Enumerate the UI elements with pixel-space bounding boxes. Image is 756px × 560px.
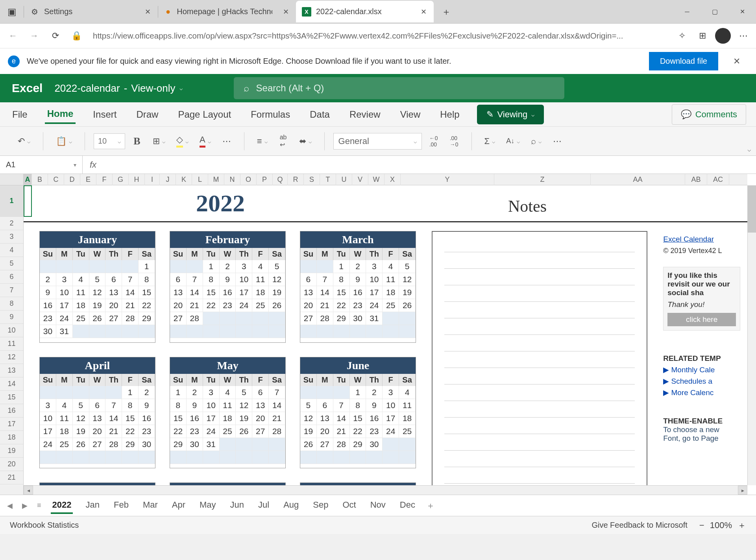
row-header[interactable]: 1 [0,185,23,217]
day-cell[interactable]: 24 [56,312,73,325]
wrap-text-button[interactable]: ab↩ [275,133,292,150]
day-cell[interactable]: 25 [56,438,73,451]
day-cell[interactable]: 17 [40,425,56,438]
day-cell[interactable] [89,451,106,464]
day-cell[interactable]: 21 [269,412,285,425]
day-cell[interactable]: 2 [220,260,236,273]
vertical-scrollbar[interactable] [747,185,756,485]
day-cell[interactable]: 8 [122,399,139,412]
all-sheets-icon[interactable]: ≡ [37,501,41,510]
day-cell[interactable]: 19 [269,286,285,299]
day-cell[interactable]: 22 [333,299,350,312]
font-color-button[interactable]: A⌵ [196,133,215,150]
borders-button[interactable]: ⊞⌵ [149,133,169,150]
day-cell[interactable]: 21 [333,425,350,438]
day-cell[interactable]: 3 [203,386,220,399]
row-header[interactable]: 20 [0,458,23,471]
day-cell[interactable]: 18 [383,286,399,299]
bold-button[interactable]: B [128,133,146,150]
day-cell[interactable]: 8 [333,273,350,286]
day-cell[interactable] [333,386,350,399]
row-header[interactable]: 2 [0,217,23,230]
row-header[interactable]: 19 [0,444,23,458]
day-cell[interactable] [252,438,269,451]
sheet-tab-mar[interactable]: Mar [141,497,159,514]
increase-decimal-button[interactable]: .00→0 [445,133,463,150]
day-cell[interactable] [236,438,252,451]
day-cell[interactable]: 29 [170,438,187,451]
day-cell[interactable]: 25 [73,312,89,325]
day-cell[interactable]: 17 [203,412,220,425]
ribbon-tab-view[interactable]: View [398,106,423,123]
day-cell[interactable] [269,325,285,338]
day-cell[interactable]: 29 [122,438,139,451]
ribbon-tab-draw[interactable]: Draw [134,106,161,123]
ribbon-tab-data[interactable]: Data [307,106,332,123]
day-cell[interactable] [89,386,106,399]
related-link[interactable]: ▶ More Calenc [663,388,740,397]
row-header[interactable]: 17 [0,418,23,431]
day-cell[interactable] [40,260,56,273]
day-cell[interactable] [105,260,122,273]
day-cell[interactable]: 6 [89,399,106,412]
day-cell[interactable]: 9 [40,286,56,299]
day-cell[interactable]: 15 [333,286,350,299]
day-cell[interactable]: 18 [252,286,269,299]
day-cell[interactable]: 17 [236,286,252,299]
day-cell[interactable] [56,260,73,273]
site-info-icon[interactable]: 🔒 [68,28,84,44]
day-cell[interactable] [252,325,269,338]
sheet-tab-jul[interactable]: Jul [257,497,271,514]
day-cell[interactable]: 12 [269,273,285,286]
day-cell[interactable]: 7 [333,399,350,412]
day-cell[interactable]: 31 [203,438,220,451]
day-cell[interactable]: 11 [220,399,236,412]
next-sheet-icon[interactable]: ▶ [22,501,28,510]
day-cell[interactable]: 6 [170,273,187,286]
day-cell[interactable] [73,386,89,399]
day-cell[interactable] [203,325,220,338]
day-cell[interactable] [333,451,350,464]
undo-button[interactable]: ↶⌵ [14,133,34,150]
day-cell[interactable]: 3 [56,273,73,286]
day-cell[interactable]: 12 [89,286,106,299]
day-cell[interactable] [105,386,122,399]
back-button[interactable]: ← [5,28,21,44]
day-cell[interactable]: 27 [317,438,333,451]
day-cell[interactable]: 27 [105,312,122,325]
day-cell[interactable]: 10 [203,399,220,412]
day-cell[interactable]: 20 [317,425,333,438]
day-cell[interactable] [139,451,155,464]
day-cell[interactable]: 8 [139,273,155,286]
day-cell[interactable]: 18 [56,425,73,438]
name-box[interactable]: A1 ▾ [0,156,83,174]
day-cell[interactable]: 26 [73,438,89,451]
day-cell[interactable]: 27 [170,312,187,325]
excel-calendar-link[interactable]: Excel Calendar [663,235,740,244]
day-cell[interactable]: 6 [300,273,317,286]
day-cell[interactable]: 25 [399,425,416,438]
day-cell[interactable] [89,325,106,338]
url-input[interactable]: https://view.officeapps.live.com/op/view… [89,31,669,41]
minimize-button[interactable]: ─ [673,2,701,22]
feedback-link[interactable]: Give Feedback to Microsoft [591,521,687,530]
day-cell[interactable]: 15 [122,412,139,425]
day-cell[interactable] [220,312,236,325]
close-window-button[interactable]: ✕ [728,2,756,22]
sheet-tab-dec[interactable]: Dec [398,497,417,514]
day-cell[interactable]: 11 [383,273,399,286]
day-cell[interactable]: 17 [366,286,383,299]
day-cell[interactable]: 4 [399,386,416,399]
day-cell[interactable] [73,451,89,464]
day-cell[interactable] [317,325,333,338]
decrease-decimal-button[interactable]: ←0.00 [425,133,442,150]
more-icon[interactable]: ⋯ [736,28,751,44]
day-cell[interactable]: 9 [366,399,383,412]
sheet-tab-oct[interactable]: Oct [341,497,358,514]
day-cell[interactable]: 27 [300,312,317,325]
day-cell[interactable]: 9 [139,399,155,412]
sheet-tab-jan[interactable]: Jan [84,497,101,514]
day-cell[interactable]: 6 [317,399,333,412]
day-cell[interactable]: 17 [383,412,399,425]
viewing-mode-button[interactable]: ✎ Viewing ⌵ [477,105,544,124]
